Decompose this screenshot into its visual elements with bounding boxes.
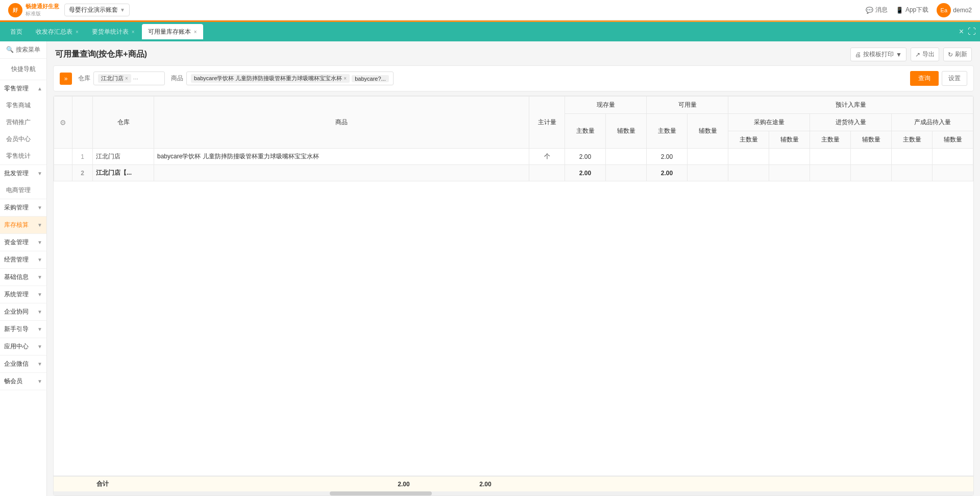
expand-filter-btn[interactable]: » xyxy=(60,73,72,85)
chevron-down-icon13: ▼ xyxy=(37,379,42,384)
sidebar-section-purchase-header[interactable]: 采购管理 ▼ xyxy=(0,199,46,216)
sidebar-section-wechat-header[interactable]: 企业微信 ▼ xyxy=(0,356,46,372)
sidebar-section-enterprise-label: 企业协同 xyxy=(4,308,29,316)
scroll-thumb[interactable] xyxy=(330,491,432,495)
sidebar-section-basic-header[interactable]: 基础信息 ▼ xyxy=(0,269,46,286)
table-row: 1 江北门店 babycare学饮杯 儿童防摔防撞吸管杯重力球吸嘴杯宝宝水杯 个… xyxy=(54,149,973,165)
top-bar-left: 好 畅捷通好生意 标准版 母婴行业演示账套 ▼ xyxy=(8,3,130,17)
store-name: 母婴行业演示账套 xyxy=(69,6,118,14)
settings-btn[interactable]: 设置 xyxy=(942,71,967,86)
table-scroll[interactable]: ⚙ 仓库 商品 主计量 xyxy=(54,96,973,476)
row-production-aux-0 xyxy=(933,149,973,165)
warehouse-input[interactable]: 江北门店 × ··· xyxy=(93,72,165,85)
product-filter-field: 商品 babycare学饮杯 儿童防摔防撞吸管杯重力球吸嘴杯宝宝水杯 × bab… xyxy=(171,72,394,85)
chevron-down-icon2: ▼ xyxy=(37,171,42,176)
tab-order-stat-close[interactable]: × xyxy=(132,29,135,35)
sidebar-section-newbie-header[interactable]: 新手引导 ▼ xyxy=(0,321,46,338)
table-scroll-x[interactable] xyxy=(54,491,973,495)
product-tag2-text: babycare?... xyxy=(355,76,386,82)
sidebar-item-member[interactable]: 会员中心 xyxy=(0,131,46,148)
table-area: ⚙ 仓库 商品 主计量 xyxy=(53,96,974,496)
refresh-label: 刷新 xyxy=(955,50,967,59)
sidebar-section-retail-header[interactable]: 零售管理 ▲ xyxy=(0,80,46,97)
chevron-down-icon5: ▼ xyxy=(37,240,42,245)
th-stock-group: 现存量 xyxy=(565,97,647,114)
th-stock-aux: 辅数量 xyxy=(606,114,647,149)
chevron-down-icon14: ▼ xyxy=(896,51,902,58)
th-production-aux: 辅数量 xyxy=(933,131,973,149)
user-area[interactable]: Ea demo2 xyxy=(937,3,972,17)
th-available-aux: 辅数量 xyxy=(688,114,728,149)
tab-income[interactable]: 收发存汇总表 × xyxy=(30,24,85,39)
row-settings-1 xyxy=(54,165,72,181)
sidebar-item-ecommerce[interactable]: 电商管理 xyxy=(0,182,46,199)
tab-home-label: 首页 xyxy=(10,28,22,36)
sidebar-section-basic-label: 基础信息 xyxy=(4,273,29,281)
print-label: 按模板打印 xyxy=(863,50,894,59)
app-download-btn[interactable]: 📱 App下载 xyxy=(896,6,928,14)
product-tag1-close-btn[interactable]: × xyxy=(344,76,347,81)
tab-available-stock-close[interactable]: × xyxy=(194,29,197,35)
tab-income-close[interactable]: × xyxy=(76,29,79,35)
sidebar-section-vip-header[interactable]: 畅会员 ▼ xyxy=(0,373,46,390)
tab-income-label: 收发存汇总表 xyxy=(36,28,72,36)
product-input[interactable]: babycare学饮杯 儿童防摔防撞吸管杯重力球吸嘴杯宝宝水杯 × babyca… xyxy=(186,72,394,85)
query-btn[interactable]: 查询 xyxy=(910,71,939,86)
message-icon: 💬 xyxy=(866,7,873,14)
sidebar-item-quick-nav[interactable]: 快捷导航 xyxy=(0,61,46,78)
sidebar-section-vip-label: 畅会员 xyxy=(4,377,22,386)
row-settings-0 xyxy=(54,149,72,165)
sidebar-quick-nav: 快捷导航 xyxy=(0,59,46,80)
sidebar-section-enterprise-header[interactable]: 企业协同 ▼ xyxy=(0,303,46,320)
message-btn[interactable]: 💬 消息 xyxy=(866,6,888,14)
sidebar-section-wholesale: 批发管理 ▼ 电商管理 xyxy=(0,165,46,199)
row-stock-main-1: 2.00 xyxy=(565,165,606,181)
row-purchase-aux-1 xyxy=(769,165,810,181)
th-available-main: 主数量 xyxy=(647,114,688,149)
th-production-main: 主数量 xyxy=(892,131,933,149)
sidebar-item-marketing[interactable]: 营销推广 xyxy=(0,114,46,131)
row-avail-main-0: 2.00 xyxy=(647,149,688,165)
warehouse-label: 仓库 xyxy=(78,74,90,83)
expand-icon: » xyxy=(64,75,68,82)
refresh-btn[interactable]: ↻ 刷新 xyxy=(943,48,972,61)
tab-home[interactable]: 首页 xyxy=(4,24,29,39)
chevron-down-icon6: ▼ xyxy=(37,257,42,263)
chevron-down-icon3: ▼ xyxy=(37,205,42,210)
print-template-btn[interactable]: 🖨 按模板打印 ▼ xyxy=(850,48,906,61)
maximize-btn[interactable]: ⛶ xyxy=(968,27,976,36)
th-production-group: 产成品待入量 xyxy=(892,114,973,131)
chevron-up-icon: ▲ xyxy=(37,86,42,91)
th-settings: ⚙ xyxy=(54,97,72,149)
sidebar-section-wholesale-label: 批发管理 xyxy=(4,169,29,178)
row-incoming-aux-0 xyxy=(851,149,892,165)
close-all-tabs-btn[interactable]: × xyxy=(959,27,964,36)
sidebar-section-inventory-header[interactable]: 库存核算 ▼ xyxy=(0,217,46,233)
th-available-group: 可用量 xyxy=(647,97,728,114)
sidebar-search[interactable]: 🔍 搜索菜单 xyxy=(0,41,46,59)
table-footer: 合计 2.00 2.00 xyxy=(54,476,973,491)
app-icon: 📱 xyxy=(896,7,903,14)
sidebar-section-appcenter-header[interactable]: 应用中心 ▼ xyxy=(0,338,46,355)
th-warehouse: 仓库 xyxy=(93,97,154,149)
tab-available-stock[interactable]: 可用量库存账本 × xyxy=(142,24,203,39)
store-selector[interactable]: 母婴行业演示账套 ▼ xyxy=(64,4,130,16)
export-btn[interactable]: ↗ 导出 xyxy=(911,48,939,61)
page-header: 可用量查询(按仓库+商品) 🖨 按模板打印 ▼ ↗ 导出 ↻ 刷新 xyxy=(47,41,980,65)
sidebar-search-text[interactable]: 🔍 搜索菜单 xyxy=(4,45,42,54)
sidebar-section-appcenter-label: 应用中心 xyxy=(4,342,29,351)
tab-order-stat[interactable]: 要货单统计表 × xyxy=(86,24,141,39)
sidebar-section-wholesale-header[interactable]: 批发管理 ▼ xyxy=(0,165,46,182)
sidebar-section-system-header[interactable]: 系统管理 ▼ xyxy=(0,286,46,303)
warehouse-tag-close-btn[interactable]: × xyxy=(125,76,128,81)
warehouse-more[interactable]: ··· xyxy=(133,75,138,82)
sidebar-section-basic: 基础信息 ▼ xyxy=(0,269,46,286)
sidebar-section-operation-header[interactable]: 经营管理 ▼ xyxy=(0,251,46,268)
gear-icon[interactable]: ⚙ xyxy=(60,119,66,127)
th-main-unit: 主计量 xyxy=(529,97,565,149)
sidebar-item-retail-mall[interactable]: 零售商城 xyxy=(0,97,46,114)
tab-bar: 首页 收发存汇总表 × 要货单统计表 × 可用量库存账本 × × ⛶ xyxy=(0,22,980,41)
sidebar-item-retail-stat[interactable]: 零售统计 xyxy=(0,148,46,164)
sidebar-section-enterprise: 企业协同 ▼ xyxy=(0,303,46,321)
sidebar-section-finance-header[interactable]: 资金管理 ▼ xyxy=(0,234,46,251)
